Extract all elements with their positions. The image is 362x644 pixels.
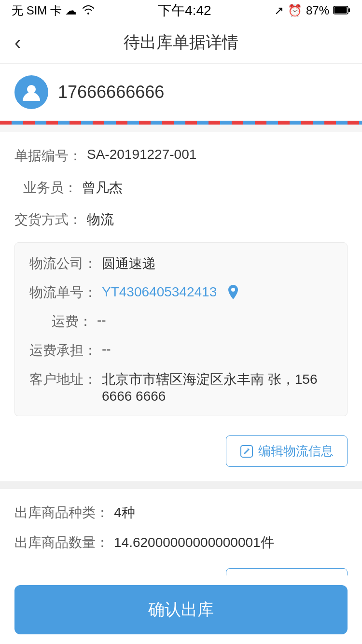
delivery-method-row: 交货方式： 物流 (14, 210, 348, 229)
tracking-no-value: YT4306405342413 (102, 284, 217, 300)
battery-icon (333, 4, 350, 17)
goods-quantity-value: 14.62000000000000001件 (114, 533, 274, 552)
address-value: 北京市市辖区海淀区永丰南 张，156 6666 6666 (102, 370, 333, 404)
nav-bar: ‹ 待出库单据详情 (0, 21, 362, 64)
section-divider (0, 481, 362, 489)
edit-logistics-label: 编辑物流信息 (258, 443, 334, 460)
edit-icon (240, 445, 253, 458)
edit-logistics-button[interactable]: 编辑物流信息 (226, 435, 348, 467)
back-button[interactable]: ‹ (14, 33, 21, 52)
goods-type-value: 4种 (114, 504, 135, 522)
tracking-no-label: 物流单号： (29, 283, 102, 302)
location-active-icon: ↗ (274, 4, 284, 17)
goods-type-row: 出库商品种类： 4种 (14, 504, 348, 522)
logistics-company-row: 物流公司： 圆通速递 (29, 254, 333, 273)
address-label: 客户地址： (29, 370, 102, 389)
status-left: 无 SIM 卡 ☁ (12, 3, 95, 18)
confirm-btn-container: 确认出库 (0, 575, 362, 644)
status-time: 下午4:42 (158, 1, 211, 20)
avatar (14, 75, 48, 109)
page-title: 待出库单据详情 (124, 31, 238, 54)
svg-point-4 (231, 288, 235, 292)
status-right: ↗ ⏰ 87% (274, 4, 350, 17)
logistics-company-value: 圆通速递 (102, 254, 333, 273)
goods-type-label: 出库商品种类： (14, 504, 114, 522)
no-sim-text: 无 SIM 卡 ☁ (12, 3, 77, 18)
order-no-value: SA-20191227-001 (87, 147, 348, 162)
tracking-no-row: 物流单号： YT4306405342413 (29, 283, 333, 302)
salesman-row: 业务员： 曾凡杰 (14, 179, 348, 197)
salesman-value: 曾凡杰 (82, 179, 348, 197)
battery-text: 87% (306, 4, 329, 17)
salesman-label: 业务员： (14, 179, 82, 197)
delivery-method-label: 交货方式： (14, 210, 87, 229)
wifi-icon (82, 4, 95, 17)
goods-quantity-row: 出库商品数量： 14.62000000000000001件 (14, 533, 348, 552)
logistics-card: 物流公司： 圆通速递 物流单号： YT4306405342413 运费： -- … (14, 242, 348, 416)
basic-info-section: 单据编号： SA-20191227-001 业务员： 曾凡杰 交货方式： 物流 … (0, 132, 362, 481)
customer-section: 17666666666 (0, 64, 362, 121)
freight-label: 运费： (29, 312, 97, 331)
confirm-outbound-button[interactable]: 确认出库 (14, 585, 348, 634)
goods-quantity-label: 出库商品数量： (14, 533, 114, 552)
tracking-row-content: YT4306405342413 (102, 283, 242, 301)
address-row: 客户地址： 北京市市辖区海淀区永丰南 张，156 6666 6666 (29, 370, 333, 404)
status-bar: 无 SIM 卡 ☁ 下午4:42 ↗ ⏰ 87% (0, 0, 362, 21)
order-no-row: 单据编号： SA-20191227-001 (14, 147, 348, 165)
logistics-company-label: 物流公司： (29, 254, 102, 273)
location-icon[interactable] (224, 283, 242, 301)
svg-rect-1 (334, 7, 347, 14)
svg-rect-2 (348, 8, 350, 12)
dashed-divider (0, 121, 362, 125)
freight-bearer-row: 运费承担： -- (29, 341, 333, 360)
delivery-method-value: 物流 (87, 210, 348, 229)
freight-bearer-label: 运费承担： (29, 341, 102, 360)
customer-phone: 17666666666 (58, 82, 164, 102)
freight-row: 运费： -- (29, 312, 333, 331)
freight-value: -- (97, 312, 333, 328)
freight-bearer-value: -- (102, 341, 333, 357)
edit-logistics-btn-container: 编辑物流信息 (14, 426, 348, 481)
alarm-icon: ⏰ (288, 4, 302, 17)
order-no-label: 单据编号： (14, 147, 87, 165)
